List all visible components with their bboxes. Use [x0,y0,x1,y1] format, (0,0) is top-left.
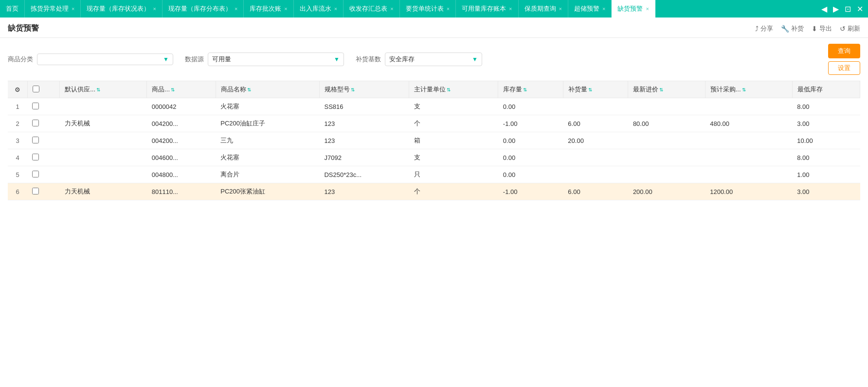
query-button[interactable]: 查询 [828,44,860,58]
column-product-code[interactable]: 商品...⇅ [147,81,216,98]
nav-next-button[interactable]: ▶ [830,4,842,14]
row-product-code: 004200... [147,132,216,149]
column-min-stock[interactable]: 最低库存 [792,81,860,98]
row-checkbox-cell [27,115,60,132]
close-icon[interactable]: × [390,6,393,12]
column-settings[interactable]: ⚙ [8,81,27,98]
close-icon[interactable]: × [646,6,649,12]
row-spec: 123 [319,183,409,200]
nav-tab-1[interactable]: 拣货异常处理 × [25,0,81,18]
close-icon[interactable]: × [153,6,156,12]
close-icon[interactable]: × [334,6,337,12]
row-latest-price [628,149,705,166]
share-label: 分享 [760,24,773,33]
replenish-base-filter: 补货基数 安全库存 ▼ [356,53,482,66]
replenish-button[interactable]: 🔧 补货 [781,24,804,33]
row-checkbox-cell [27,149,60,166]
row-checkbox[interactable] [32,188,39,194]
row-stock: -1.00 [498,115,563,132]
nav-restore-button[interactable]: ⊡ [842,4,854,14]
nav-tab-4-label: 库存批次账 [250,4,281,13]
table-row: 6 力天机械 801110... PC200张紧油缸 123 个 -1.00 6… [8,183,860,200]
column-spec[interactable]: 规格型号⇅ [319,81,409,98]
row-checkbox[interactable] [32,120,39,126]
row-stock: 0.00 [498,149,563,166]
nav-tab-4[interactable]: 库存批次账 × [244,0,293,18]
table-row: 3 004200... 三九 123 箱 0.00 20.00 10.00 [8,132,860,149]
close-icon[interactable]: × [284,6,287,12]
close-icon[interactable]: × [559,6,562,12]
row-checkbox-cell [27,98,60,115]
row-stock: -1.00 [498,183,563,200]
column-supplier[interactable]: 默认供应...⇅ [60,81,147,98]
column-product-name[interactable]: 商品名称⇅ [216,81,319,98]
share-button[interactable]: ⤴ 分享 [755,24,773,33]
row-latest-price [628,98,705,115]
row-latest-price: 80.00 [628,115,705,132]
row-latest-price [628,166,705,183]
nav-tab-7[interactable]: 要货单统计表 × [400,0,456,18]
column-latest-price[interactable]: 最新进价⇅ [628,81,705,98]
table-row: 1 0000042 火花塞 SS816 支 0.00 8.00 [8,98,860,115]
close-icon[interactable]: × [235,6,237,12]
row-supplier [60,166,147,183]
column-replenish-qty[interactable]: 补货量⇅ [563,81,628,98]
datasource-select[interactable]: 可用量 ▼ [208,53,344,66]
nav-tab-home-label: 首页 [6,4,18,13]
nav-tab-6[interactable]: 收发存汇总表 × [344,0,399,18]
row-unit: 个 [409,183,498,200]
row-replenish-qty [563,98,628,115]
row-product-name: 三九 [216,132,319,149]
table-row: 5 004800... 离合片 DS250*23c... 只 0.00 1.00 [8,166,860,183]
row-supplier: 力天机械 [60,183,147,200]
select-all-checkbox[interactable] [33,86,39,92]
close-icon[interactable]: × [602,6,605,12]
row-checkbox[interactable] [32,154,39,160]
replenish-base-select[interactable]: 安全库存 ▼ [385,53,482,66]
refresh-icon: ↺ [840,25,846,33]
nav-tab-8[interactable]: 可用量库存账本 × [456,0,518,18]
datasource-label: 数据源 [185,55,204,64]
close-icon[interactable]: × [509,6,512,12]
nav-tab-2[interactable]: 现存量（库存状况表） × [81,0,162,18]
category-select[interactable]: ▼ [37,53,173,65]
nav-tab-9[interactable]: 保质期查询 × [519,0,568,18]
row-spec: SS816 [319,98,409,115]
row-num: 3 [8,132,27,149]
settings-button[interactable]: 设置 [828,61,860,75]
close-icon[interactable]: × [72,6,74,12]
row-unit: 箱 [409,132,498,149]
refresh-button[interactable]: ↺ 刷新 [840,24,860,33]
export-label: 导出 [819,24,832,33]
nav-tab-5[interactable]: 出入库流水 × [294,0,344,18]
row-unit: 支 [409,149,498,166]
nav-tab-10[interactable]: 超储预警 × [568,0,612,18]
row-product-code: 0000042 [147,98,216,115]
nav-tab-3[interactable]: 现存量（库存分布表） × [163,0,244,18]
column-estimated-purchase[interactable]: 预计采购...⇅ [705,81,792,98]
row-checkbox[interactable] [32,137,39,143]
row-checkbox[interactable] [32,103,39,109]
table-body: 1 0000042 火花塞 SS816 支 0.00 8.00 2 力天机械 0… [8,98,860,200]
row-num: 2 [8,115,27,132]
row-checkbox[interactable] [32,171,39,177]
column-unit[interactable]: 主计量单位⇅ [409,81,498,98]
nav-prev-button[interactable]: ◀ [818,4,830,14]
top-navigation: 首页 拣货异常处理 × 现存量（库存状况表） × 现存量（库存分布表） × 库存… [0,0,868,18]
nav-close-button[interactable]: ✕ [854,4,866,14]
nav-tab-11-active[interactable]: 缺货预警 × [612,0,655,18]
row-product-code: 004600... [147,149,216,166]
nav-tab-10-label: 超储预警 [574,4,599,13]
nav-controls: ◀ ▶ ⊡ ✕ [816,4,868,14]
filter-bar: 商品分类 ▼ 数据源 可用量 ▼ 补货基数 安全库存 ▼ 查询 设置 [0,38,868,81]
datasource-filter: 数据源 可用量 ▼ [185,53,344,66]
export-button[interactable]: ⬇ 导出 [812,24,832,33]
row-estimated-purchase: 1200.00 [705,183,792,200]
column-stock[interactable]: 库存量⇅ [498,81,563,98]
close-icon[interactable]: × [447,6,450,12]
row-min-stock: 3.00 [792,183,860,200]
row-supplier [60,132,147,149]
nav-tab-home[interactable]: 首页 [0,0,25,18]
row-product-name: 火花塞 [216,98,319,115]
nav-tab-6-label: 收发存汇总表 [349,4,387,13]
